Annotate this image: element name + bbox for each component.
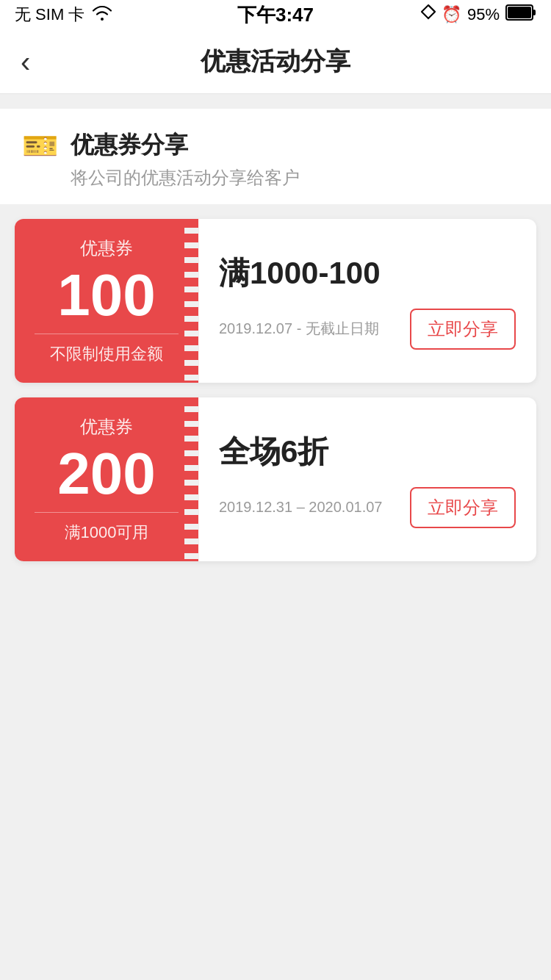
nav-bar: ‹ 优惠活动分享	[0, 29, 551, 94]
back-icon: ‹	[21, 46, 30, 78]
section-header: 🎫 优惠券分享 将公司的优惠活动分享给客户	[0, 109, 551, 204]
coupon-card-1: 优惠券 100 不限制使用金额 满1000-100 2019.12.07 - 无…	[15, 219, 536, 383]
coupon-name-1: 满1000-100	[219, 253, 516, 294]
coupon-divider-1	[35, 334, 179, 334]
coupon-list: 优惠券 100 不限制使用金额 满1000-100 2019.12.07 - 无…	[0, 204, 551, 561]
battery-icon	[505, 4, 536, 25]
share-button-1[interactable]: 立即分享	[410, 309, 516, 350]
coupon-condition-2: 满1000可用	[65, 522, 149, 544]
section-text: 优惠券分享 将公司的优惠活动分享给客户	[71, 129, 300, 190]
coupon-footer-2: 2019.12.31 – 2020.01.07 立即分享	[219, 487, 516, 528]
status-time: 下午3:47	[237, 2, 314, 28]
coupon-type-2: 优惠券	[80, 415, 133, 439]
coupon-date-1: 2019.12.07 - 无截止日期	[219, 319, 403, 339]
coupon-card-2: 优惠券 200 满1000可用 全场6折 2019.12.31 – 2020.0…	[15, 397, 536, 561]
coupon-footer-1: 2019.12.07 - 无截止日期 立即分享	[219, 309, 516, 350]
coupon-divider-2	[35, 512, 179, 513]
coupon-left-2: 优惠券 200 满1000可用	[15, 397, 198, 561]
battery-text: 95%	[467, 5, 500, 24]
section-title: 优惠券分享	[71, 129, 300, 162]
page-title: 优惠活动分享	[201, 45, 350, 79]
coupon-type-1: 优惠券	[80, 237, 133, 260]
coupon-left-1: 优惠券 100 不限制使用金额	[15, 219, 198, 383]
coupon-condition-1: 不限制使用金额	[50, 343, 163, 365]
status-left: 无 SIM 卡	[15, 4, 112, 26]
empty-area	[0, 561, 551, 980]
carrier-text: 无 SIM 卡	[15, 4, 84, 26]
svg-rect-1	[533, 10, 536, 15]
coupon-share-icon: 🎫	[22, 131, 59, 160]
status-bar: 无 SIM 卡 下午3:47 ⏰ 95%	[0, 0, 551, 29]
coupon-amount-2: 200	[57, 444, 155, 503]
coupon-name-2: 全场6折	[219, 431, 516, 472]
svg-rect-2	[508, 7, 531, 18]
back-button[interactable]: ‹	[21, 47, 30, 76]
section-desc: 将公司的优惠活动分享给客户	[71, 166, 300, 190]
coupon-right-1: 满1000-100 2019.12.07 - 无截止日期 立即分享	[198, 219, 536, 383]
alarm-icon: ⏰	[442, 5, 461, 24]
location-icon	[421, 4, 436, 25]
wifi-icon	[92, 4, 112, 25]
coupon-date-2: 2019.12.31 – 2020.01.07	[219, 499, 403, 516]
coupon-right-2: 全场6折 2019.12.31 – 2020.01.07 立即分享	[198, 397, 536, 561]
status-right: ⏰ 95%	[421, 4, 536, 25]
coupon-amount-1: 100	[57, 266, 155, 325]
share-button-2[interactable]: 立即分享	[410, 487, 516, 528]
